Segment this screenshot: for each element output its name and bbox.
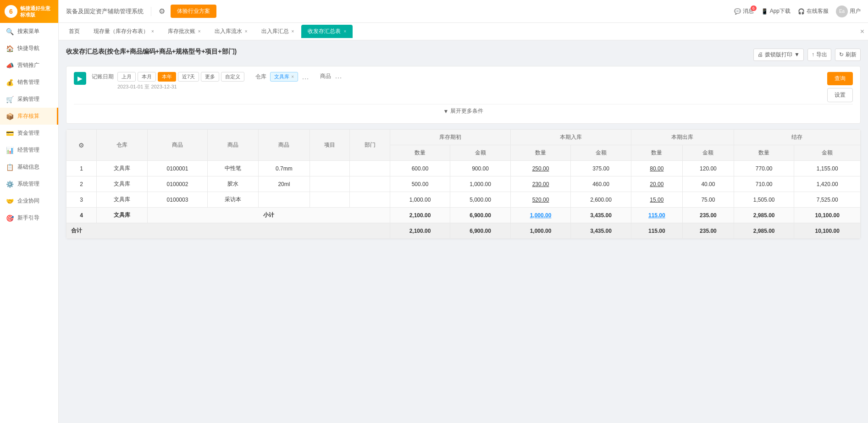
sidebar-item-label: 搜索菜单 <box>17 27 39 35</box>
sidebar-item-basic[interactable]: 📋 基础信息 <box>0 159 58 176</box>
th-department: 部门 <box>350 130 390 161</box>
cell-out-qty[interactable]: 20.00 <box>631 176 682 192</box>
tab-batch[interactable]: 库存批次账 × <box>161 25 207 38</box>
user-menu[interactable]: Ea 用户 <box>836 5 861 17</box>
th-out-amt: 金额 <box>682 145 734 161</box>
th-goods-code: 商品 <box>147 130 208 161</box>
cell-close-amt: 1,155.00 <box>794 161 861 176</box>
cell-in-qty[interactable]: 250.00 <box>510 161 571 176</box>
date-btn-more[interactable]: 更多 <box>201 72 219 82</box>
column-settings-icon[interactable]: ⚙ <box>78 142 84 149</box>
expand-filter-button[interactable]: ▼ 展开更多条件 <box>74 104 853 118</box>
topbar: 装备及固定资产辅助管理系统 ⚙ 体验行业方案 💬 消息 6 📱 App下载 🎧 … <box>59 0 868 23</box>
sidebar-item-marketing[interactable]: 📣 营销推广 <box>0 57 58 74</box>
message-action[interactable]: 💬 消息 6 <box>734 7 754 15</box>
tab-close-all-icon[interactable]: × <box>860 27 864 36</box>
sidebar-item-system[interactable]: ⚙️ 系统管理 <box>0 176 58 192</box>
warehouse-tag-close[interactable]: × <box>291 74 294 79</box>
warehouse-filter-label: 仓库 <box>255 73 266 81</box>
guide-icon: 🎯 <box>6 214 14 222</box>
cell-num: 1 <box>66 161 97 176</box>
subtotal-in-qty[interactable]: 1,000.00 <box>510 208 571 223</box>
sidebar-item-guide[interactable]: 🎯 新手引导 <box>0 209 58 226</box>
refresh-label: 刷新 <box>846 51 857 59</box>
sidebar-item-label: 营销推广 <box>17 61 39 69</box>
export-icon: ↑ <box>812 51 814 58</box>
subtotal-label: 小计 <box>147 208 390 223</box>
subtotal-out-qty[interactable]: 115.00 <box>631 208 682 223</box>
expand-icon: ▼ <box>443 108 449 115</box>
settings-icon[interactable]: ⚙ <box>159 7 165 16</box>
message-icon: 💬 <box>734 8 741 15</box>
sidebar-item-label: 新手引导 <box>17 214 39 222</box>
cell-goods-name: 胶水 <box>208 176 259 192</box>
tab-close-icon[interactable]: × <box>292 29 294 34</box>
sidebar-item-label: 快捷导航 <box>17 44 39 52</box>
sidebar-item-quick-nav[interactable]: 🏠 快捷导航 <box>0 40 58 57</box>
tab-home[interactable]: 首页 <box>62 25 86 38</box>
print-button[interactable]: 🖨 拨锁版打印 ▼ <box>753 49 804 61</box>
footer-label: 合计 <box>66 223 390 239</box>
sidebar-item-search[interactable]: 🔍 搜索菜单 <box>0 23 58 40</box>
sidebar-item-purchase[interactable]: 🛒 采购管理 <box>0 91 58 108</box>
table-row: 1 文具库 0100001 中性笔 0.7mm 600.00 900.00 25… <box>66 161 861 176</box>
cell-out-qty[interactable]: 15.00 <box>631 192 682 208</box>
cell-goods-code: 0100002 <box>147 176 208 192</box>
subtotal-out-amt: 235.00 <box>682 208 734 223</box>
data-table: ⚙ 仓库 商品 商品 商品 项目 部门 库存期初 本期入库 本期出库 结存 数量… <box>66 129 861 239</box>
trial-button[interactable]: 体验行业方案 <box>171 5 216 18</box>
tab-label: 出入库汇总 <box>261 27 289 35</box>
sidebar-item-operation[interactable]: 📊 经营管理 <box>0 142 58 159</box>
date-btn-custom[interactable]: 自定义 <box>221 72 244 82</box>
sidebar-item-label: 企业协同 <box>17 197 39 205</box>
tab-close-icon[interactable]: × <box>151 29 154 34</box>
app-download-action[interactable]: 📱 App下载 <box>761 7 791 15</box>
home-icon: 🏠 <box>6 45 14 52</box>
tab-label: 首页 <box>69 27 80 35</box>
cell-out-qty[interactable]: 80.00 <box>631 161 682 176</box>
warehouse-tag-value: 文具库 <box>274 73 289 80</box>
setting-button[interactable]: 设置 <box>827 88 853 102</box>
tab-stock-dist[interactable]: 现存量（库存分布表） × <box>87 25 160 38</box>
th-open-qty: 数量 <box>390 145 450 161</box>
online-service-action[interactable]: 🎧 在线客服 <box>798 7 829 15</box>
cell-goods-spec: 0.7mm <box>258 161 310 176</box>
export-label: 导出 <box>816 51 827 59</box>
sidebar-item-inventory[interactable]: 📦 库存核算 <box>0 108 58 125</box>
date-btn-7days[interactable]: 近7天 <box>178 72 199 82</box>
sidebar-item-label: 系统管理 <box>17 180 39 188</box>
th-settings[interactable]: ⚙ <box>66 130 97 161</box>
sidebar-item-finance[interactable]: 💳 资金管理 <box>0 125 58 142</box>
cell-in-qty[interactable]: 230.00 <box>510 176 571 192</box>
sidebar-item-sales[interactable]: 💰 销售管理 <box>0 74 58 91</box>
tabbar: 首页 现存量（库存分布表） × 库存批次账 × 出入库流水 × 出入库汇总 × … <box>59 23 868 40</box>
subtotal-in-amt: 3,435.00 <box>571 208 631 223</box>
date-btn-this-month[interactable]: 本月 <box>138 72 156 82</box>
tab-close-icon[interactable]: × <box>198 29 201 34</box>
th-in-amt: 金额 <box>571 145 631 161</box>
date-btn-last-month[interactable]: 上月 <box>117 72 136 82</box>
tab-inout-summary[interactable]: 出入库汇总 × <box>255 25 301 38</box>
cell-close-qty: 710.00 <box>734 176 794 192</box>
tab-inout-flow[interactable]: 出入库流水 × <box>208 25 254 38</box>
th-warehouse: 仓库 <box>97 130 148 161</box>
date-btn-this-year[interactable]: 本年 <box>158 72 176 82</box>
sidebar-item-collab[interactable]: 🤝 企业协同 <box>0 192 58 209</box>
refresh-button[interactable]: ↻ 刷新 <box>835 49 861 61</box>
query-button[interactable]: 查询 <box>827 72 853 85</box>
date-label: 记账日期 <box>92 73 114 81</box>
table-row: 2 文具库 0100002 胶水 20ml 500.00 1,000.00 23… <box>66 176 861 192</box>
tab-recv-send-summary[interactable]: 收发存汇总表 × <box>301 25 353 38</box>
cell-close-amt: 1,420.00 <box>794 176 861 192</box>
tab-close-icon[interactable]: × <box>245 29 248 34</box>
megaphone-icon: 📣 <box>6 62 14 69</box>
cell-in-qty[interactable]: 520.00 <box>510 192 571 208</box>
notification-badge: 6 <box>751 5 757 11</box>
sidebar-item-label: 经营管理 <box>17 146 39 154</box>
th-in-qty: 数量 <box>510 145 571 161</box>
filter-toggle-button[interactable]: ▶ <box>74 72 86 85</box>
cell-close-qty: 1,505.00 <box>734 192 794 208</box>
tab-close-icon[interactable]: × <box>343 29 346 34</box>
sidebar-logo: 6 畅捷通好生意 标准版 <box>0 0 58 23</box>
export-button[interactable]: ↑ 导出 <box>807 49 831 61</box>
